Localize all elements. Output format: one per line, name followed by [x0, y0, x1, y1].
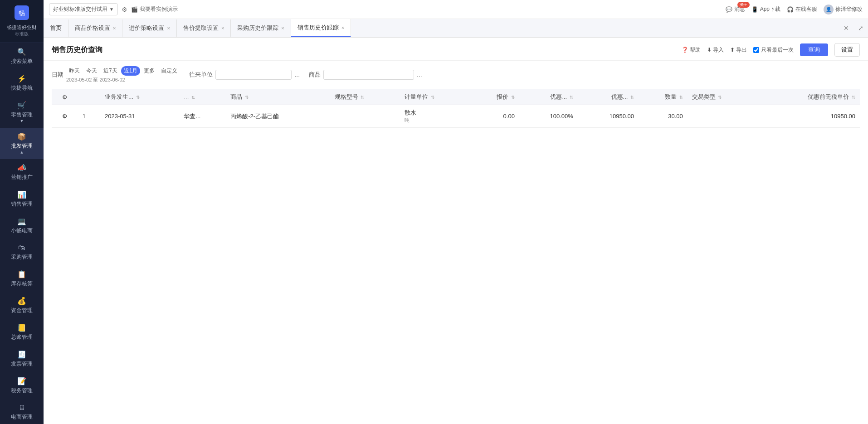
sidebar-item-retail[interactable]: 🛒 零售管理 ▼	[0, 96, 44, 128]
sidebar-item-label: 快捷导航	[11, 84, 33, 92]
tab-price-settings-label: 商品价格设置	[75, 24, 110, 32]
sidebar-item-label: 零售管理	[11, 111, 33, 119]
source-unit-filter-group: 往来单位 ...	[189, 70, 300, 80]
product-input[interactable]	[323, 70, 414, 80]
demo-button[interactable]: 🎬 我要看实例演示	[131, 5, 178, 13]
tab-home[interactable]: 首页	[44, 19, 68, 37]
sidebar-item-inventory[interactable]: 📋 库存核算	[0, 265, 44, 292]
sidebar-item-wholesale[interactable]: 📦 批发管理 ▲	[0, 128, 44, 159]
col-product[interactable]: 商品 ⇅	[226, 89, 330, 105]
only-last-checkbox[interactable]: 只看最后一次	[753, 46, 794, 54]
message-badge: 99+	[737, 2, 750, 8]
col-discount-pct[interactable]: 优惠... ⇅	[519, 89, 578, 105]
col-discount-val[interactable]: 优惠... ⇅	[578, 89, 639, 105]
tab-price-extract[interactable]: 售价提取设置 ×	[177, 19, 231, 37]
logo-text: 畅捷通好业财	[7, 24, 37, 31]
col-dots[interactable]: ... ⇅	[179, 89, 226, 105]
col-biz-date[interactable]: 业务发生... ⇅	[100, 89, 179, 105]
row-price: 0.00	[470, 105, 519, 128]
sidebar-item-invoice[interactable]: 🧾 发票管理	[0, 346, 44, 372]
sidebar-item-label: 税务管理	[11, 387, 33, 395]
col-spec[interactable]: 规格型号 ⇅	[330, 89, 400, 105]
sidebar-item-ecom[interactable]: 🖥 电商管理	[0, 399, 44, 424]
col-qty-label: 数量	[665, 93, 677, 100]
col-discount-pct-label: 优惠...	[550, 93, 567, 100]
date-opt-1month[interactable]: 近1月	[121, 66, 141, 76]
maximize-button[interactable]: ⤢	[853, 21, 868, 35]
help-button[interactable]: ❓ 帮助	[682, 46, 701, 54]
sidebar-item-label: 采购管理	[11, 253, 33, 261]
sort-icon: ⇅	[431, 95, 434, 100]
col-qty[interactable]: 数量 ⇅	[639, 89, 688, 105]
sort-icon: ⇅	[191, 95, 195, 100]
sidebar-item-label: 搜索菜单	[11, 58, 33, 65]
sidebar-item-marketing[interactable]: 📣 营销推广	[0, 159, 44, 186]
sidebar-item-sales[interactable]: 📊 销售管理	[0, 186, 44, 212]
row-gear[interactable]: ⚙	[52, 105, 78, 128]
row-seq: 1	[78, 105, 100, 128]
sidebar-item-label: 批发管理	[11, 142, 33, 150]
only-last-input[interactable]	[753, 47, 759, 53]
sidebar-item-quick-nav[interactable]: ⚡ 快捷导航	[0, 70, 44, 96]
page-title: 销售历史价查询	[52, 45, 102, 55]
date-opt-more[interactable]: 更多	[141, 66, 157, 76]
tab-purchase-history[interactable]: 采购历史价跟踪 ×	[231, 19, 291, 37]
sidebar-item-purchase[interactable]: 🛍 采购管理	[0, 239, 44, 265]
import-icon: ⬇	[707, 47, 712, 53]
tab-price-strategy[interactable]: 进价策略设置 ×	[122, 19, 176, 37]
sort-icon: ⇅	[679, 95, 683, 100]
source-unit-dots-button[interactable]: ...	[294, 71, 300, 78]
col-trans-type[interactable]: 交易类型 ⇅	[688, 89, 758, 105]
source-unit-input[interactable]	[215, 70, 292, 80]
expand-icon: ▼	[20, 119, 24, 123]
col-pre-tax-price[interactable]: 优惠前无税单价 ⇅	[758, 89, 860, 105]
date-opt-yesterday[interactable]: 昨天	[66, 66, 83, 76]
setting-button[interactable]: 设置	[834, 43, 860, 57]
sidebar-item-ledger[interactable]: 📒 总账管理	[0, 319, 44, 346]
close-tab-button[interactable]: ✕	[839, 21, 853, 35]
col-discount-val-label: 优惠...	[611, 93, 628, 100]
col-unit[interactable]: 计量单位 ⇅	[400, 89, 470, 105]
row-discount-val: 10950.00	[578, 105, 639, 128]
date-opt-7days[interactable]: 近7天	[101, 66, 120, 76]
date-opt-today[interactable]: 今天	[83, 66, 100, 76]
sidebar-item-tax[interactable]: 📝 税务管理	[0, 372, 44, 399]
date-opt-custom[interactable]: 自定义	[158, 66, 180, 76]
retail-icon: 🛒	[17, 101, 26, 110]
lightning-icon: ⚡	[17, 74, 26, 83]
table-header-row: ⚙ 业务发生... ⇅ ... ⇅ 商品 ⇅	[52, 89, 860, 105]
export-button[interactable]: ⬆ 导出	[730, 46, 747, 54]
tab-close-icon[interactable]: ×	[113, 25, 116, 31]
user-menu[interactable]: 👤 徐泽华修改	[824, 5, 863, 14]
row-qty: 30.00	[639, 105, 688, 128]
tab-resize-controls: ✕ ⤢	[839, 21, 868, 35]
topbar: 好业财标准版交付试用 ▼ ⚙ 🎬 我要看实例演示 💬 消息 99+ 📱 App下…	[44, 0, 868, 19]
row-biz-date: 2023-05-31	[100, 105, 179, 128]
sidebar-item-ecom-small[interactable]: 💻 小畅电商	[0, 212, 44, 239]
tab-close-icon[interactable]: ×	[167, 25, 170, 31]
import-button[interactable]: ⬇ 导入	[707, 46, 724, 54]
sidebar: 畅 畅捷通好业财 标准版 🔍 搜索菜单 ⚡ 快捷导航 🛒 零售管理 ▼ 📦 批发…	[0, 0, 44, 424]
topbar-gear-button[interactable]: ⚙	[122, 6, 127, 13]
product-dots-button[interactable]: ...	[417, 71, 422, 78]
tab-close-icon[interactable]: ×	[341, 25, 344, 30]
sort-icon: ⇅	[361, 95, 364, 100]
marketing-icon: 📣	[17, 164, 26, 172]
tab-close-icon[interactable]: ×	[281, 25, 284, 31]
app-download-button[interactable]: 📱 App下载	[751, 5, 780, 13]
tab-home-label: 首页	[50, 24, 62, 32]
search-icon: 🔍	[17, 48, 26, 56]
col-price[interactable]: 报价 ⇅	[470, 89, 519, 105]
tab-close-icon[interactable]: ×	[221, 25, 224, 31]
tab-sales-history[interactable]: 销售历史价跟踪 ×	[291, 19, 351, 37]
sidebar-item-label: 库存核算	[11, 280, 33, 288]
sidebar-item-search[interactable]: 🔍 搜索菜单	[0, 43, 44, 70]
message-button[interactable]: 💬 消息 99+	[726, 5, 745, 13]
online-service-button[interactable]: 🎧 在线客服	[787, 5, 817, 13]
col-gear[interactable]: ⚙	[52, 89, 78, 105]
version-selector[interactable]: 好业财标准版交付试用 ▼	[49, 3, 118, 15]
tab-price-settings[interactable]: 商品价格设置 ×	[68, 19, 122, 37]
sidebar-item-fund[interactable]: 💰 资金管理	[0, 292, 44, 319]
query-button[interactable]: 查询	[800, 43, 828, 56]
row-discount-pct: 100.00%	[519, 105, 578, 128]
